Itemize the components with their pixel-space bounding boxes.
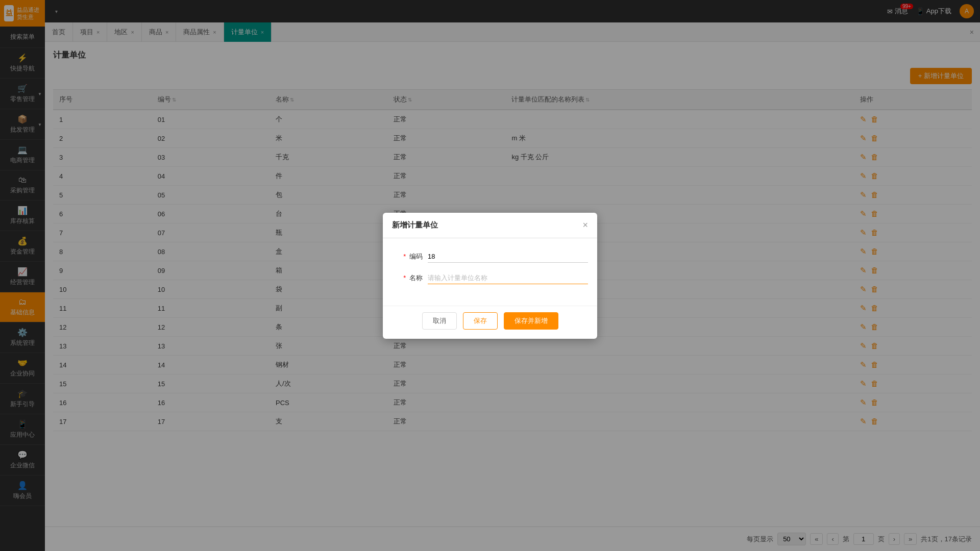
name-required-mark: * [403, 274, 406, 282]
modal-title: 新增计量单位 [392, 220, 438, 230]
form-code-row: * 编码 [392, 251, 588, 263]
add-unit-modal: 新增计量单位 × * 编码 * 名称 取消 保存 保存并新增 [383, 213, 597, 339]
form-name-label: * 名称 [392, 273, 428, 283]
save-and-new-button[interactable]: 保存并新增 [504, 312, 558, 330]
form-name-row: * 名称 [392, 272, 588, 284]
modal-body: * 编码 * 名称 [383, 238, 597, 306]
modal-close-button[interactable]: × [582, 220, 588, 231]
name-input[interactable] [428, 272, 588, 284]
code-required-mark: * [403, 253, 406, 260]
modal-overlay: 新增计量单位 × * 编码 * 名称 取消 保存 保存并新增 [0, 0, 980, 551]
modal-header: 新增计量单位 × [383, 213, 597, 238]
form-code-label: * 编码 [392, 252, 428, 261]
modal-footer: 取消 保存 保存并新增 [383, 306, 597, 339]
save-button[interactable]: 保存 [463, 312, 498, 330]
code-input[interactable] [428, 251, 588, 263]
cancel-button[interactable]: 取消 [422, 312, 457, 330]
